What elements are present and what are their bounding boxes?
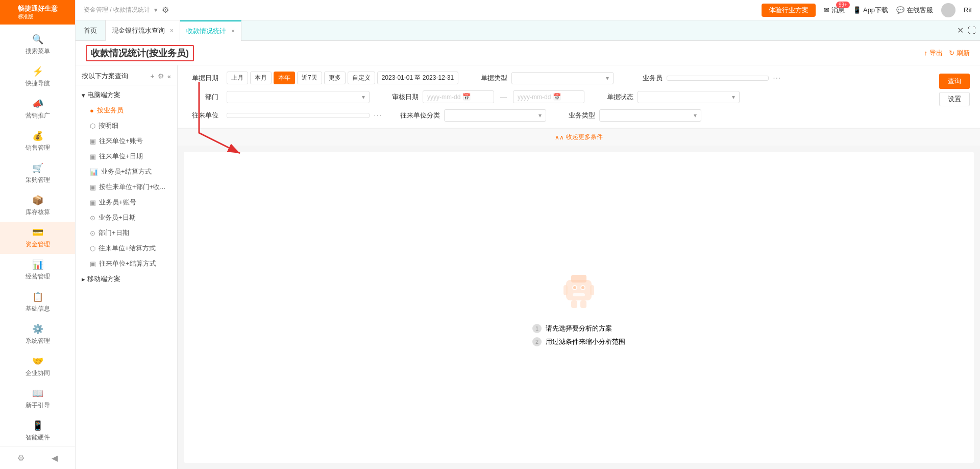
date-btn-7days[interactable]: 近7天 bbox=[297, 72, 322, 84]
review-date-from[interactable]: yyyy-mm-dd 📅 bbox=[423, 90, 494, 103]
tab-receipt-stat-close[interactable]: × bbox=[231, 28, 235, 35]
basic-icon: 📋 bbox=[32, 291, 43, 302]
sidebar-settings-btn[interactable]: ⚙ bbox=[17, 453, 24, 463]
svg-rect-7 bbox=[564, 285, 568, 295]
scheme-item-partner-dept[interactable]: ▣ 按往来单位+部门+收... bbox=[76, 179, 177, 195]
gear-settings-icon[interactable]: ⚙ bbox=[162, 5, 169, 15]
left-panel-actions: + ⚙ « bbox=[151, 72, 171, 80]
svg-rect-9 bbox=[571, 300, 577, 308]
sidebar-item-finance[interactable]: 💳 资金管理 bbox=[0, 222, 75, 254]
sidebar-item-search[interactable]: 🔍 搜索菜单 bbox=[0, 29, 75, 61]
tab-close-all-icon[interactable]: ✕ bbox=[957, 26, 964, 35]
sidebar-item-quicknav[interactable]: ⚡ 快捷导航 bbox=[0, 61, 75, 93]
scheme-icon-spa: ▣ bbox=[90, 199, 96, 206]
svg-point-4 bbox=[573, 286, 576, 289]
doc-status-select[interactable]: ▾ bbox=[638, 91, 740, 103]
tab-bank-flow-close[interactable]: × bbox=[170, 27, 174, 34]
sidebar-item-label: 资金管理 bbox=[26, 240, 50, 249]
scheme-label-salesperson: 按业务员 bbox=[97, 106, 124, 115]
scheme-item-sp-account[interactable]: ▣ 业务员+账号 bbox=[76, 195, 177, 210]
scheme-item-partner-settle1[interactable]: ⬡ 往来单位+结算方式 bbox=[76, 241, 177, 256]
scheme-item-partner-account[interactable]: ▣ 往来单位+账号 bbox=[76, 133, 177, 149]
scheme-label-ps1: 往来单位+结算方式 bbox=[99, 244, 156, 253]
app-download-btn[interactable]: 📱 App下载 bbox=[853, 6, 888, 15]
sidebar-item-sales[interactable]: 💰 销售管理 bbox=[0, 125, 75, 157]
scheme-icon-detail: ⬡ bbox=[90, 122, 95, 130]
date-btn-more[interactable]: 更多 bbox=[324, 72, 346, 84]
refresh-btn[interactable]: ↻ 刷新 bbox=[949, 49, 970, 58]
trial-btn[interactable]: 体验行业方案 bbox=[762, 4, 816, 17]
sidebar-collapse-btn[interactable]: ◀ bbox=[52, 453, 58, 463]
add-scheme-btn[interactable]: + bbox=[151, 72, 155, 80]
pc-scheme-group[interactable]: ▾ 电脑端方案 bbox=[76, 87, 177, 103]
dept-chevron: ▾ bbox=[362, 93, 365, 101]
tab-home-label: 首页 bbox=[84, 26, 97, 35]
svg-rect-10 bbox=[580, 300, 586, 308]
tab-maximize-icon[interactable]: ⛶ bbox=[968, 26, 976, 35]
scheme-item-sp-settle[interactable]: 📊 业务员+结算方式 bbox=[76, 164, 177, 179]
biz-type-select[interactable]: ▾ bbox=[599, 109, 701, 122]
scheme-item-partner-date[interactable]: ▣ 往来单位+日期 bbox=[76, 149, 177, 164]
export-btn[interactable]: ↑ 导出 bbox=[924, 49, 943, 58]
date-btn-custom[interactable]: 自定义 bbox=[348, 72, 375, 84]
scheme-item-detail[interactable]: ⬡ 按明细 bbox=[76, 118, 177, 133]
sidebar-item-purchase[interactable]: 🛒 采购管理 bbox=[0, 157, 75, 190]
scheme-label-dd: 部门+日期 bbox=[99, 228, 129, 238]
filter-settings-btn[interactable]: 设置 bbox=[939, 92, 970, 106]
salesperson-more-btn[interactable]: ··· bbox=[773, 74, 781, 83]
scheme-item-salesperson[interactable]: ● 按业务员 bbox=[76, 103, 177, 118]
scheme-icon-pa: ▣ bbox=[90, 137, 96, 145]
review-date-label: 审核日期 bbox=[388, 92, 419, 102]
review-to-placeholder: yyyy-mm-dd bbox=[518, 93, 551, 101]
online-service-btn[interactable]: 💬 在线客服 bbox=[896, 6, 933, 15]
tab-receipt-stat[interactable]: 收款情况统计 × bbox=[180, 20, 241, 41]
scheme-collapse-btn[interactable]: « bbox=[167, 73, 171, 80]
scheme-item-dept-date[interactable]: ⊙ 部门+日期 bbox=[76, 225, 177, 241]
breadcrumb-dropdown-icon[interactable]: ▾ bbox=[154, 6, 158, 14]
scheme-item-partner-settle2[interactable]: ▣ 往来单位+结算方式 bbox=[76, 256, 177, 271]
left-panel-title: 按以下方案查询 bbox=[82, 72, 128, 81]
partner-label: 往来单位 bbox=[188, 111, 218, 120]
empty-tips: 1 请先选择要分析的方案 2 用过滤条件来缩小分析范围 bbox=[532, 324, 625, 350]
doc-type-select[interactable]: ▾ bbox=[511, 72, 614, 84]
salesperson-select[interactable] bbox=[667, 76, 769, 81]
partner-more-btn[interactable]: ··· bbox=[374, 111, 382, 120]
sidebar-item-basic[interactable]: 📋 基础信息 bbox=[0, 286, 75, 318]
mobile-scheme-group[interactable]: ▸ 移动端方案 bbox=[76, 271, 177, 287]
doc-status-label: 单据状态 bbox=[603, 92, 633, 102]
message-btn[interactable]: ✉ 消息 99+ bbox=[824, 6, 845, 15]
sidebar-item-collab[interactable]: 🤝 企业协同 bbox=[0, 350, 75, 383]
date-btn-this-month[interactable]: 本月 bbox=[250, 72, 272, 84]
collapse-bar[interactable]: ∧∧ 收起更多条件 bbox=[178, 128, 980, 146]
sidebar-item-system[interactable]: ⚙️ 系统管理 bbox=[0, 318, 75, 350]
sidebar-item-label: 营销推广 bbox=[26, 111, 50, 120]
partner-cat-filter: 往来单位分类 ▾ bbox=[400, 109, 546, 122]
review-date-to[interactable]: yyyy-mm-dd 📅 bbox=[513, 90, 584, 103]
tab-bar-right: ✕ ⛶ bbox=[957, 26, 980, 35]
scheme-icon-pd: ▣ bbox=[90, 153, 96, 160]
scheme-icon-salesperson: ● bbox=[90, 107, 94, 114]
date-btn-last-month[interactable]: 上月 bbox=[227, 72, 248, 84]
tab-bank-flow[interactable]: 现金银行流水查询 × bbox=[106, 20, 180, 41]
doc-status-chevron: ▾ bbox=[732, 93, 735, 101]
user-avatar[interactable] bbox=[941, 3, 955, 17]
sidebar-item-guide[interactable]: 📖 新手引导 bbox=[0, 383, 75, 415]
partner-cat-select[interactable]: ▾ bbox=[444, 109, 546, 122]
query-btn[interactable]: 查询 bbox=[939, 74, 970, 89]
sidebar-item-inventory[interactable]: 📦 库存核算 bbox=[0, 190, 75, 222]
tab-home[interactable]: 首页 bbox=[76, 20, 106, 41]
scheme-label-spd2: 业务员+日期 bbox=[99, 213, 136, 222]
date-btn-this-year[interactable]: 本年 bbox=[274, 72, 295, 84]
sidebar-item-marketing[interactable]: 📣 营销推广 bbox=[0, 93, 75, 125]
scheme-label-ss: 业务员+结算方式 bbox=[101, 167, 152, 176]
sidebar-item-hardware[interactable]: 📱 智能硬件 bbox=[0, 415, 75, 447]
partner-select[interactable] bbox=[227, 113, 370, 118]
partner-field: ··· bbox=[227, 111, 382, 120]
sidebar-item-mgmt[interactable]: 📊 经营管理 bbox=[0, 254, 75, 286]
left-panel: 按以下方案查询 + ⚙ « ▾ 电脑端方案 ● 按业务员 bbox=[76, 65, 178, 469]
dept-select[interactable]: ▾ bbox=[227, 91, 370, 103]
scheme-item-sp-date[interactable]: ⊙ 业务员+日期 bbox=[76, 210, 177, 225]
scheme-settings-btn[interactable]: ⚙ bbox=[158, 72, 164, 80]
filter-area: 单据日期 上月 本月 本年 近7天 更多 自定义 2023-01-01 bbox=[178, 65, 980, 128]
collapse-up-icon: ∧∧ bbox=[555, 134, 564, 141]
